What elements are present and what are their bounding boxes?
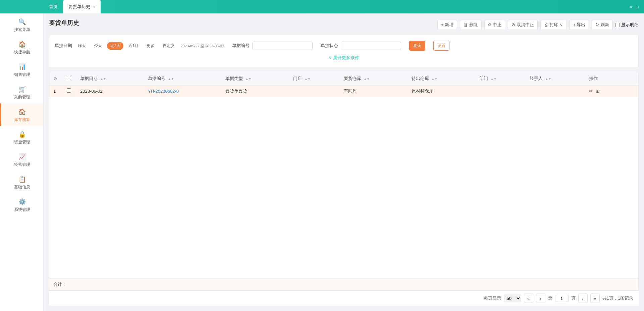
cell-doc-no: YH-20230602-0 <box>144 85 221 97</box>
inventory-icon: 🏠 <box>18 108 26 116</box>
page-size-select[interactable]: 20 50 100 <box>504 295 521 302</box>
status-filter-group: 单据状态 <box>321 42 401 50</box>
date-btn-yesterday[interactable]: 昨天 <box>75 42 89 50</box>
query-button[interactable]: 查询 <box>409 41 425 51</box>
delete-button[interactable]: 🗑 删除 <box>460 20 482 30</box>
sidebar-item-basic-info[interactable]: 📋 基础信息 <box>0 171 43 193</box>
col-actions: 操作 <box>585 72 638 85</box>
sidebar-item-sys-mgmt[interactable]: ⚙️ 系统管理 <box>0 193 43 216</box>
date-btn-more[interactable]: 更多 <box>144 42 158 50</box>
doc-no-input[interactable] <box>252 42 313 50</box>
table-row: 1 2023-06-02 YH-20230602-0 要货单要货 车间库 原材料… <box>49 85 638 97</box>
table-empty-space <box>49 97 638 278</box>
show-detail-toggle[interactable]: 显示明细 <box>615 22 639 28</box>
stop-button[interactable]: ⊘ 中止 <box>484 20 505 30</box>
window-maximize-icon[interactable]: □ <box>636 4 639 9</box>
sidebar: 🔍 搜索菜单 🏠 快捷导航 📊 销售管理 🛒 采购管理 🏠 库存核算 🔒 资金管… <box>0 13 44 311</box>
table-footer: 合计： <box>49 278 638 290</box>
window-close-icon[interactable]: × <box>630 4 632 9</box>
table-settings-icon[interactable]: ⚙ <box>53 76 57 81</box>
refresh-button[interactable]: ↻ 刷新 <box>592 20 613 30</box>
doc-no-link[interactable]: YH-20230602-0 <box>148 89 179 94</box>
sales-mgmt-icon: 📊 <box>18 63 26 71</box>
page-number-input[interactable] <box>555 295 569 302</box>
top-bar-right-actions: × □ <box>630 4 644 9</box>
view-icon[interactable]: ⊞ <box>596 88 600 94</box>
toolbar: + 新增 🗑 删除 ⊘ 中止 ⊘ 取消中止 🖨 打印 ∨ ↑ 导出 ↻ 刷新 显… <box>437 20 639 30</box>
page-label-go-to: 第 <box>548 295 552 301</box>
finance-icon: 🔒 <box>18 131 26 138</box>
sidebar-item-quick-nav[interactable]: 🏠 快捷导航 <box>0 36 43 58</box>
sidebar-item-sales-mgmt[interactable]: 📊 销售管理 <box>0 58 43 81</box>
page-size-label: 每页显示 <box>484 295 501 301</box>
page-label-unit: 页 <box>571 295 576 301</box>
col-req-warehouse: 要货仓库 ▲▼ <box>340 72 408 85</box>
quick-nav-icon: 🏠 <box>18 41 26 48</box>
table-body: 1 2023-06-02 YH-20230602-0 要货单要货 车间库 原材料… <box>49 85 638 97</box>
pagination-bar: 每页显示 20 50 100 « ‹ 第 页 › » 共1页，1条记录 <box>49 291 639 306</box>
sidebar-item-search-menu[interactable]: 🔍 搜索菜单 <box>0 13 43 36</box>
close-tab-icon[interactable]: × <box>93 4 95 9</box>
show-detail-checkbox[interactable] <box>615 23 620 27</box>
sort-date-icon[interactable]: ▲▼ <box>100 77 106 81</box>
export-button[interactable]: ↑ 导出 <box>570 20 589 30</box>
print-button[interactable]: 🖨 打印 ∨ <box>540 20 567 30</box>
tab-history[interactable]: 要货单历史 × <box>63 0 101 13</box>
tab-home[interactable]: 首页 <box>44 0 63 13</box>
sidebar-item-purchase-mgmt[interactable]: 🛒 采购管理 <box>0 81 43 103</box>
sort-store-icon[interactable]: ▲▼ <box>305 77 311 81</box>
last-page-button[interactable]: » <box>590 294 600 303</box>
sort-handler-icon[interactable]: ▲▼ <box>545 77 551 81</box>
filter-row: 单据日期 昨天 今天 近7天 近1月 更多 自定义 2023-05-27 至 2… <box>55 41 633 51</box>
col-settings: ⚙ <box>49 72 63 85</box>
cancel-stop-button[interactable]: ⊘ 取消中止 <box>508 20 538 30</box>
date-btn-recent7[interactable]: 近7天 <box>107 42 123 50</box>
sort-doc-type-icon[interactable]: ▲▼ <box>246 77 252 81</box>
status-select[interactable] <box>341 42 401 50</box>
sidebar-item-finance[interactable]: 🔒 资金管理 <box>0 126 43 148</box>
cell-actions: ✏ ⊞ <box>585 85 638 97</box>
cell-doc-type: 要货单要货 <box>221 85 289 97</box>
sort-pending-wh-icon[interactable]: ▲▼ <box>431 77 437 81</box>
sidebar-item-inventory[interactable]: 🏠 库存核算 <box>0 103 43 126</box>
edit-icon[interactable]: ✏ <box>589 88 593 94</box>
date-filter-options: 昨天 今天 近7天 近1月 更多 自定义 <box>75 42 178 50</box>
date-range-display: 2023-05-27 至 2023-06-02 <box>180 44 224 49</box>
cell-date: 2023-06-02 <box>76 85 144 97</box>
sort-doc-no-icon[interactable]: ▲▼ <box>168 77 174 81</box>
top-bar: 首页 要货单历史 × × □ <box>0 0 644 13</box>
purchase-mgmt-icon: 🛒 <box>18 86 26 93</box>
doc-no-filter-group: 单据编号 <box>232 42 313 50</box>
footer-total-label: 合计： <box>53 282 66 287</box>
prev-page-button[interactable]: ‹ <box>536 294 545 303</box>
col-doc-no: 单据编号 ▲▼ <box>144 72 221 85</box>
cell-handler <box>526 85 585 97</box>
col-handler: 经手人 ▲▼ <box>526 72 585 85</box>
basic-info-icon: 📋 <box>18 176 26 183</box>
first-page-button[interactable]: « <box>524 294 533 303</box>
col-date: 单据日期 ▲▼ <box>76 72 144 85</box>
sidebar-item-ops-mgmt[interactable]: 📈 经营管理 <box>0 148 43 171</box>
select-all-checkbox[interactable] <box>67 76 71 80</box>
filter-card: 单据日期 昨天 今天 近7天 近1月 更多 自定义 2023-05-27 至 2… <box>49 35 639 68</box>
sys-mgmt-icon: ⚙️ <box>18 198 26 206</box>
date-btn-custom[interactable]: 自定义 <box>160 42 178 50</box>
data-table: ⚙ 单据日期 ▲▼ 单据编号 ▲▼ <box>49 72 638 97</box>
date-btn-today[interactable]: 今天 <box>91 42 105 50</box>
sort-req-wh-icon[interactable]: ▲▼ <box>364 77 370 81</box>
row-checkbox[interactable] <box>67 88 71 93</box>
ops-mgmt-icon: 📈 <box>18 153 26 161</box>
table-wrapper: ⚙ 单据日期 ▲▼ 单据编号 ▲▼ <box>49 72 639 291</box>
app-body: 🔍 搜索菜单 🏠 快捷导航 📊 销售管理 🛒 采购管理 🏠 库存核算 🔒 资金管… <box>0 13 644 311</box>
settings-button[interactable]: 设置 <box>433 41 449 51</box>
new-button[interactable]: + 新增 <box>437 20 457 30</box>
col-store: 门店 ▲▼ <box>289 72 339 85</box>
sort-dept-icon[interactable]: ▲▼ <box>491 77 497 81</box>
expand-more-label: ∨ 展开更多条件 <box>328 55 360 61</box>
page-title: 要货单历史 <box>49 19 79 27</box>
next-page-button[interactable]: › <box>578 294 588 303</box>
action-icons: ✏ ⊞ <box>589 88 634 94</box>
status-select-wrapper <box>341 42 401 50</box>
expand-more-btn[interactable]: ∨ 展开更多条件 <box>55 53 633 62</box>
date-btn-month1[interactable]: 近1月 <box>125 42 142 50</box>
